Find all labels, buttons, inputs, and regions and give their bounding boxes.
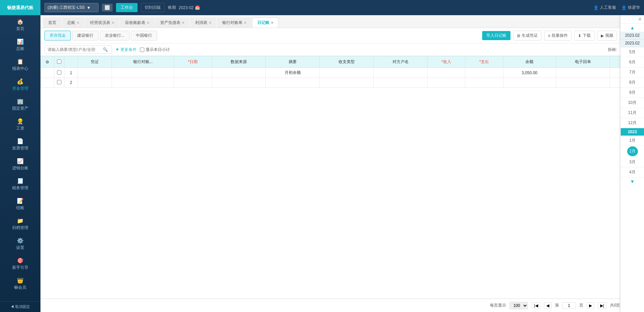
sidebar-item-label: 税务管理 bbox=[12, 185, 28, 191]
app-logo: 畅捷通易代账 bbox=[0, 0, 40, 15]
tab-close-icon[interactable]: ✕ bbox=[77, 21, 79, 25]
show-daily-total-checkbox[interactable]: 显示本日小计 bbox=[140, 47, 170, 53]
sidebar-item-payroll[interactable]: 👷 工资 bbox=[0, 115, 40, 135]
sidebar-item-label: 归档管理 bbox=[12, 225, 28, 231]
date-down-btn[interactable]: ▼ bbox=[621, 177, 644, 186]
sidebar-item-archive[interactable]: 📁 归档管理 bbox=[0, 214, 40, 234]
prev-page-btn[interactable]: ◀ bbox=[544, 302, 552, 309]
tab-close-icon[interactable]: ✕ bbox=[271, 21, 273, 25]
select-all-check[interactable] bbox=[57, 59, 61, 64]
tab-bank-statement[interactable]: 银行对账单 ✕ bbox=[217, 18, 252, 28]
date-month-5[interactable]: 5月 bbox=[621, 47, 644, 57]
sidebar-item-home[interactable]: 🏠 首页 bbox=[0, 15, 40, 35]
tab-balance-sheet[interactable]: 资产负债表 ✕ bbox=[155, 18, 189, 28]
sidebar-item-ledger[interactable]: 📊 总账 bbox=[0, 35, 40, 55]
video-btn[interactable]: ▶ 视频 bbox=[597, 31, 617, 40]
row-income-type bbox=[320, 68, 374, 78]
sidebar-item-label: 资金管理 bbox=[12, 86, 28, 91]
col-date: *日期 bbox=[174, 56, 212, 68]
archive-icon: 📁 bbox=[17, 218, 24, 224]
tab-close-icon[interactable]: ✕ bbox=[182, 21, 184, 25]
download-btn[interactable]: ⬇ 下载 bbox=[574, 31, 594, 40]
search-field[interactable]: 🔍 bbox=[45, 46, 112, 54]
date-month-9[interactable]: 9月 bbox=[621, 88, 644, 98]
row-check[interactable] bbox=[54, 68, 64, 78]
sidebar-item-closing[interactable]: 📝 结账 bbox=[0, 194, 40, 214]
sidebar-item-tax[interactable]: 🧾 税务管理 bbox=[0, 174, 40, 194]
support-icon: 👤 bbox=[593, 5, 598, 10]
col-e-receipt: 电子回单 bbox=[556, 56, 610, 68]
date-month-6[interactable]: 6月 bbox=[621, 57, 644, 67]
date-month-8[interactable]: 8月 bbox=[621, 78, 644, 88]
first-page-btn[interactable]: |◀ bbox=[531, 302, 540, 309]
date-month-2[interactable]: 2月 bbox=[627, 146, 638, 157]
support-btn[interactable]: 👤 人工客服 bbox=[593, 5, 616, 10]
import-journal-btn[interactable]: 导入日记账 bbox=[482, 31, 510, 40]
search-input[interactable] bbox=[48, 47, 101, 52]
row-voucher bbox=[78, 68, 112, 78]
daily-total-check[interactable] bbox=[140, 48, 144, 52]
generate-voucher-btn[interactable]: ⊞ 生成凭证 bbox=[513, 31, 541, 40]
next-page-btn[interactable]: ▶ bbox=[587, 302, 594, 309]
sidebar-item-vip[interactable]: 👑 畅会员 bbox=[0, 274, 40, 294]
invoice-icon: 📄 bbox=[17, 138, 24, 144]
date-month-7[interactable]: 7月 bbox=[621, 67, 644, 78]
copy-btn[interactable]: ⬜ bbox=[102, 4, 113, 11]
workbench-btn[interactable]: 工作台 bbox=[116, 3, 138, 12]
col-check[interactable] bbox=[54, 56, 64, 68]
tab-home[interactable]: 首页 bbox=[43, 18, 61, 28]
date-month-1[interactable]: 1月 bbox=[621, 136, 644, 146]
col-income-type: 收支类型 bbox=[320, 56, 374, 68]
sidebar-item-reports[interactable]: 📋 报表中心 bbox=[0, 55, 40, 75]
switch-old-btn[interactable]: 切到旧版 bbox=[141, 3, 165, 12]
sub-tab-cash[interactable]: 库存现金 bbox=[45, 31, 71, 40]
sidebar-item-settings[interactable]: ⚙️ 设置 bbox=[0, 234, 40, 254]
date-up-btn[interactable]: ▲ bbox=[621, 24, 644, 32]
row-summary bbox=[266, 78, 320, 88]
dropdown-icon: ▼ bbox=[87, 5, 91, 10]
date-month-3[interactable]: 3月 bbox=[621, 157, 644, 167]
page-size-select[interactable]: 100 50 200 bbox=[509, 302, 528, 309]
sidebar-item-sales[interactable]: 📈 进销台账 bbox=[0, 154, 40, 174]
date-panel-close: ✕ bbox=[621, 15, 644, 24]
unpin-btn[interactable]: ◀ 取消固定 bbox=[0, 301, 40, 312]
sub-tab-ccb[interactable]: 建设银行 bbox=[72, 31, 98, 40]
table-row: 1 月初余额 3,050.00 bbox=[41, 68, 644, 78]
sub-tab-abc[interactable]: 农业银行... bbox=[100, 31, 129, 40]
sidebar-item-newbie[interactable]: 🎯 新手引导 bbox=[0, 254, 40, 274]
more-filter-btn[interactable]: ▼ 更多条件 bbox=[115, 47, 137, 53]
row-e-receipt bbox=[556, 78, 610, 88]
row-data-source bbox=[212, 78, 266, 88]
date-month-4[interactable]: 4月 bbox=[621, 167, 644, 177]
page-input[interactable] bbox=[562, 302, 576, 309]
user-profile[interactable]: 👤 徐逻华 bbox=[621, 5, 640, 10]
tab-ledger[interactable]: 总账 ✕ bbox=[62, 18, 84, 28]
tab-label: 资产负债表 bbox=[160, 20, 180, 26]
sidebar-item-invoice[interactable]: 📄 发票管理 bbox=[0, 135, 40, 154]
row-income bbox=[427, 68, 465, 78]
col-settings[interactable]: ⚙ bbox=[41, 56, 54, 68]
date-month-10[interactable]: 10月 bbox=[621, 98, 644, 108]
last-page-btn[interactable]: ▶| bbox=[598, 302, 607, 309]
sub-tab-boc[interactable]: 中国银行 bbox=[131, 31, 157, 40]
sidebar-item-assets[interactable]: 🏢 固定资产 bbox=[0, 95, 40, 115]
row-check[interactable] bbox=[54, 78, 64, 88]
top-bar-right: 👤 人工客服 👤 徐逻华 bbox=[593, 5, 640, 10]
date-month-11[interactable]: 11月 bbox=[621, 108, 644, 118]
tab-close-icon[interactable]: ✕ bbox=[209, 21, 211, 25]
tab-close-icon[interactable]: ✕ bbox=[147, 21, 149, 25]
tab-close-icon[interactable]: ✕ bbox=[112, 21, 114, 25]
calendar-icon[interactable]: 📅 bbox=[195, 5, 200, 10]
current-year-label: 2023 bbox=[621, 128, 644, 136]
tab-journal[interactable]: 日记账 ✕ bbox=[252, 18, 279, 28]
batch-op-btn[interactable]: ≡ 批量操作 bbox=[544, 31, 572, 40]
sidebar-item-funds[interactable]: 💰 资金管理 bbox=[0, 75, 40, 95]
tab-profit[interactable]: 利润表 ✕ bbox=[190, 18, 216, 28]
tab-close-icon[interactable]: ✕ bbox=[244, 21, 246, 25]
sidebar-item-label: 首页 bbox=[16, 26, 24, 32]
close-icon[interactable]: ✕ bbox=[638, 17, 642, 22]
date-month-12[interactable]: 12月 bbox=[621, 118, 644, 128]
company-selector[interactable]: (勿册) 江西招宝-LSS ▼ bbox=[45, 3, 98, 12]
tab-operations[interactable]: 经营状况表 ✕ bbox=[85, 18, 119, 28]
tab-receivables[interactable]: 应收账龄表 ✕ bbox=[120, 18, 154, 28]
